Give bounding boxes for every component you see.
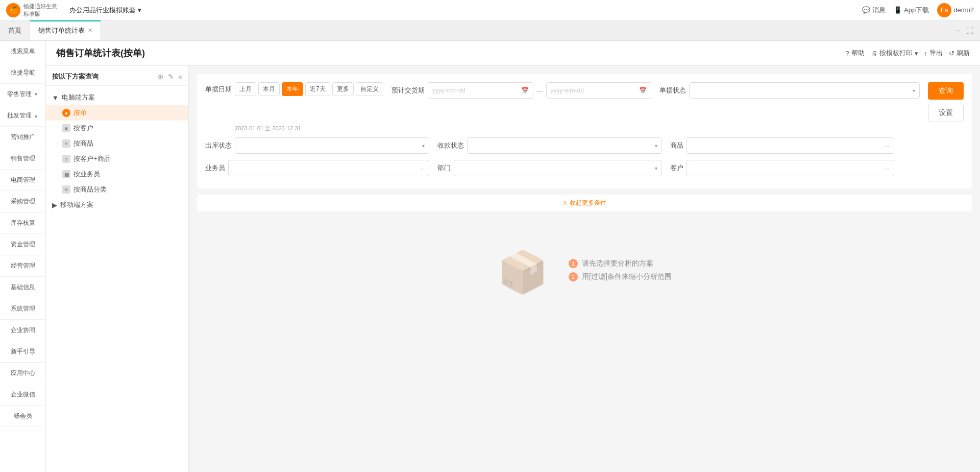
product-input[interactable]: ···	[687, 137, 894, 154]
export-icon: ↑	[924, 50, 928, 57]
message-button[interactable]: 💬 消息	[862, 6, 886, 15]
sidebar-item-wholesale[interactable]: 批发管理 ▲	[0, 105, 45, 127]
tabbar: 首页 销售订单统计表 ✕ ─ ⛶	[0, 20, 980, 41]
tree-child-by-salesperson[interactable]: ▦ 按业务员	[46, 167, 188, 182]
sidebar-item-quick-nav[interactable]: 快捷导航	[0, 62, 45, 84]
by-category-icon: ≡	[62, 185, 70, 194]
sidebar-item-inventory[interactable]: 库存核算	[0, 213, 45, 234]
date-btn-custom[interactable]: 自定义	[356, 82, 383, 96]
date-range-display: 2023-01-01 至 2023-12-31	[235, 125, 301, 131]
tree-child-by-product[interactable]: ≡ 按商品	[46, 136, 188, 151]
tree-child-by-order[interactable]: ● 按单	[46, 105, 188, 121]
hint-text-1: 请先选择要分析的方案	[582, 259, 653, 268]
sidebar-item-ecommerce[interactable]: 电商管理	[0, 170, 45, 191]
by-product-icon: ≡	[62, 139, 70, 148]
tree-parent-label: 电脑端方案	[62, 93, 95, 102]
topbar-right: 💬 消息 📱 App下载 Ea demo2	[862, 3, 974, 17]
sidebar-item-app-center[interactable]: 应用中心	[0, 363, 45, 384]
print-icon: 🖨	[871, 50, 877, 57]
left-panel-title: 按以下方案查询	[52, 72, 99, 81]
tree-expand-icon: ▼	[52, 94, 59, 102]
customer-label: 客户	[670, 163, 683, 173]
maximize-button[interactable]: ⛶	[966, 27, 974, 35]
tree-parent-mobile[interactable]: ▶ 移动端方案	[46, 197, 188, 213]
page-title: 销售订单统计表(按单)	[56, 47, 145, 65]
tree-child-by-customer[interactable]: ≡ 按客户	[46, 121, 188, 136]
tree-child-by-category[interactable]: ≡ 按商品分类	[46, 182, 188, 197]
customer-input[interactable]: ···	[687, 160, 894, 176]
collapse-panel-button[interactable]: «	[178, 73, 182, 81]
by-customer-product-icon: ≡	[62, 155, 70, 163]
department-label: 部门	[437, 163, 451, 173]
date-btn-this-month[interactable]: 本月	[258, 82, 280, 96]
export-button[interactable]: ↑ 导出	[924, 49, 943, 58]
collapse-bar[interactable]: ∧ 收起更多条件	[197, 195, 972, 211]
help-button[interactable]: ? 帮助	[845, 49, 864, 58]
sidebar-arrow-retail: ▼	[34, 91, 39, 97]
main-content: 搜索菜单 快捷导航 零售管理 ▼ 批发管理 ▲ 营销推广 销售管理 电商管理 采…	[0, 41, 980, 472]
template-print-button[interactable]: 🖨 按模板打印 ▾	[871, 49, 918, 58]
date-btn-last-month[interactable]: 上月	[235, 82, 256, 96]
date-btn-this-year[interactable]: 本年	[282, 82, 303, 96]
status-select[interactable]: ▾	[689, 82, 920, 99]
download-icon: 📱	[894, 6, 902, 14]
hint-item-1: 1 请先选择要分析的方案	[569, 259, 672, 268]
tab-close-icon[interactable]: ✕	[88, 27, 92, 34]
topbar-left: 🍊 畅捷通好生意 标准版 办公用品行业模拟账套 ▾	[6, 3, 141, 17]
tree-child-by-customer-label: 按客户	[74, 124, 93, 133]
sidebar-arrow-wholesale: ▲	[34, 113, 39, 119]
tab-home[interactable]: 首页	[0, 20, 30, 40]
status-label: 单据状态	[659, 86, 686, 95]
sidebar-item-new-guide[interactable]: 新手引导	[0, 341, 45, 363]
department-select[interactable]: ▾	[454, 160, 662, 176]
sidebar-item-enterprise-wx[interactable]: 企业微信	[0, 384, 45, 406]
salesperson-dots: ···	[419, 164, 425, 172]
breadcrumb-title[interactable]: 办公用品行业模拟账套	[69, 6, 136, 15]
outbound-arrow-icon: ▾	[422, 143, 425, 149]
sidebar-item-sys-management[interactable]: 系统管理	[0, 298, 45, 320]
sidebar-item-operation[interactable]: 经营管理	[0, 255, 45, 277]
refresh-button[interactable]: ↺ 刷新	[949, 49, 970, 58]
search-button[interactable]: 查询	[928, 82, 964, 100]
outbound-select[interactable]: ▾	[235, 137, 429, 154]
tree-child-by-customer-product[interactable]: ≡ 按客户+商品	[46, 151, 188, 167]
sidebar-item-sales[interactable]: 销售管理	[0, 148, 45, 170]
breadcrumb-arrow[interactable]: ▾	[138, 6, 141, 14]
logo-area: 🍊 畅捷通好生意 标准版	[6, 3, 57, 17]
app-download-button[interactable]: 📱 App下载	[894, 6, 929, 15]
salesperson-input[interactable]: ···	[228, 160, 429, 176]
user-menu[interactable]: Ea demo2	[937, 3, 974, 17]
tree-child-by-category-label: 按商品分类	[74, 185, 107, 194]
date-btn-more[interactable]: 更多	[332, 82, 354, 96]
sidebar-item-search-menu[interactable]: 搜索菜单	[0, 41, 45, 62]
tab-sales-order[interactable]: 销售订单统计表 ✕	[30, 20, 101, 40]
tree-child-by-product-label: 按商品	[74, 139, 93, 148]
add-scheme-button[interactable]: ⊕	[158, 73, 164, 81]
tree-child-by-customer-product-label: 按客户+商品	[74, 154, 111, 163]
help-icon: ?	[845, 50, 849, 57]
left-panel-header: 按以下方案查询 ⊕ ✎ «	[46, 66, 188, 86]
expected-date-start[interactable]: yyyy-mm-dd 📅	[428, 82, 533, 99]
window-controls: ─ ⛶	[947, 20, 980, 40]
sidebar-item-purchase[interactable]: 采购管理	[0, 191, 45, 213]
tree-parent-pc[interactable]: ▼ 电脑端方案	[46, 90, 188, 105]
edit-scheme-button[interactable]: ✎	[168, 73, 174, 81]
customer-dots: ···	[884, 164, 890, 172]
sidebar-item-retail[interactable]: 零售管理 ▼	[0, 84, 45, 105]
sidebar-item-basic-info[interactable]: 基础信息	[0, 277, 45, 298]
minimize-button[interactable]: ─	[953, 27, 962, 35]
payment-select[interactable]: ▾	[467, 137, 662, 154]
calendar-icon-end: 📅	[639, 87, 647, 94]
sidebar-item-marketing[interactable]: 营销推广	[0, 127, 45, 148]
hint-num-1: 1	[569, 259, 578, 268]
tree-child-by-salesperson-label: 按业务员	[74, 170, 100, 179]
expected-date-end[interactable]: yyyy-mm-dd 📅	[546, 82, 652, 99]
settings-button[interactable]: 设置	[928, 104, 964, 122]
sidebar-item-enterprise[interactable]: 企业协同	[0, 320, 45, 341]
date-btn-7days[interactable]: 近7天	[305, 82, 330, 96]
empty-illustration: 📦	[497, 248, 548, 296]
sidebar-item-member[interactable]: 畅会员	[0, 406, 45, 427]
left-panel: 按以下方案查询 ⊕ ✎ « ▼ 电脑端方案 ● 按单	[46, 66, 189, 472]
hint-text-2: 用[过滤]条件来缩小分析范围	[582, 272, 672, 281]
sidebar-item-finance[interactable]: 资金管理	[0, 234, 45, 255]
